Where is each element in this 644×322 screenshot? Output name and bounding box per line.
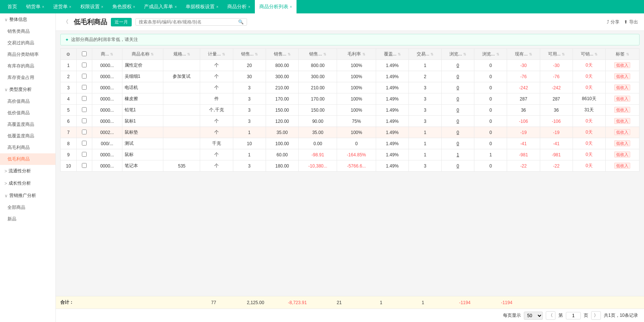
close-icon[interactable]: × <box>248 5 250 9</box>
col-coverage[interactable]: 覆盖... ⇅ <box>376 49 408 60</box>
row-select-checkbox[interactable] <box>82 130 87 134</box>
nav-template-settings[interactable]: 单据模板设置 × <box>181 0 223 13</box>
col-gross-margin[interactable]: 毛利率 ⇅ <box>337 49 376 60</box>
sidebar-group-liquidity[interactable]: > 流通性分析 <box>0 165 55 177</box>
search-input[interactable] <box>139 19 237 25</box>
row-select-checkbox[interactable] <box>82 141 87 146</box>
table-row[interactable]: 4 0000... 橡皮擦 件 3 170.00 170.00 100% 1.4… <box>61 93 640 105</box>
close-icon[interactable]: × <box>101 5 103 9</box>
table-row[interactable]: 1 0000... 属性定价 个 20 800.00 800.00 100% 1… <box>61 60 640 71</box>
col-sales-qty[interactable]: 销售... ⇅ <box>233 49 266 60</box>
sidebar-item-high-value[interactable]: 高价值商品 <box>0 96 55 107</box>
share-button[interactable]: ⤴ 分享 <box>607 19 619 25</box>
col-code[interactable]: 商... ⇅ <box>92 49 122 60</box>
col-sales-price[interactable]: 销售... ⇅ <box>266 49 298 60</box>
row-views1[interactable]: 0 <box>442 82 474 93</box>
export-button[interactable]: ⬆ 导出 <box>624 19 638 25</box>
row-views1[interactable]: 0 <box>442 71 474 82</box>
col-name[interactable]: 商品名称 ⇅ <box>122 49 163 60</box>
nav-purchase-order[interactable]: 进货单 × <box>49 0 76 13</box>
sidebar-group-marketing[interactable]: ∨ 营销推广分析 <box>0 189 55 202</box>
row-checkbox[interactable] <box>76 160 92 172</box>
sidebar-item-high-coverage[interactable]: 高覆盖度商品 <box>0 119 55 130</box>
row-views1[interactable]: 0 <box>442 93 474 105</box>
table-row[interactable]: 6 0000... 鼠标1 个 3 120.00 90.00 75% 1.49%… <box>61 116 640 127</box>
nav-home[interactable]: 首页 <box>3 0 22 13</box>
table-row[interactable]: 5 0000... 铅笔1 个,千克 3 150.00 150.00 100% … <box>61 105 640 116</box>
col-checkbox[interactable] <box>76 49 92 60</box>
row-checkbox[interactable] <box>76 116 92 127</box>
row-views1[interactable]: 0 <box>442 116 474 127</box>
table-row[interactable]: 8 000/... 测试 千克 10 100.00 0.00 0 1.49% 1… <box>61 138 640 149</box>
row-views1[interactable]: 0 <box>442 160 474 172</box>
sidebar-item-category-rate[interactable]: 商品分类助销率 <box>0 49 55 60</box>
row-select-checkbox[interactable] <box>82 63 87 67</box>
row-select-checkbox[interactable] <box>82 74 87 79</box>
sidebar-item-low-margin[interactable]: 低毛利商品 <box>0 153 55 165</box>
close-icon[interactable]: × <box>174 5 177 9</box>
table-row[interactable]: 3 0000... 电话机 个 3 210.00 210.00 100% 1.4… <box>61 82 640 93</box>
select-all-checkbox[interactable] <box>82 51 87 56</box>
prev-page-button[interactable]: 〈 <box>546 311 555 320</box>
row-checkbox[interactable] <box>76 60 92 71</box>
close-icon[interactable]: × <box>133 5 135 9</box>
col-transactions[interactable]: 交易... ⇅ <box>408 49 441 60</box>
row-checkbox[interactable] <box>76 127 92 138</box>
search-icon[interactable]: 🔍 <box>238 19 244 25</box>
sidebar-group-growth[interactable]: > 成长性分析 <box>0 177 55 189</box>
sidebar-group-type-analysis[interactable]: ∨ 类型度分析 <box>0 83 55 96</box>
row-checkbox[interactable] <box>76 71 92 82</box>
sidebar-item-low-coverage[interactable]: 低覆盖度商品 <box>0 130 55 142</box>
row-checkbox[interactable] <box>76 149 92 160</box>
table-row[interactable]: 10 0000... 笔记本 535 个 3 180.00 -10,380...… <box>61 160 640 172</box>
close-icon[interactable]: × <box>69 5 71 9</box>
sidebar-item-traded-products[interactable]: 交易过的商品 <box>0 37 55 49</box>
row-views1[interactable]: 0 <box>442 138 474 149</box>
nav-finished-goods[interactable]: 产成品入库单 × <box>140 0 181 13</box>
next-page-button[interactable]: 〉 <box>591 311 601 320</box>
col-settings[interactable]: ⚙ <box>61 49 77 60</box>
col-current-stock[interactable]: 现有... ⇅ <box>507 49 540 60</box>
row-select-checkbox[interactable] <box>82 107 87 112</box>
row-views1[interactable]: 1 <box>442 149 474 160</box>
nav-sales-order[interactable]: 销货单 × <box>22 0 49 13</box>
row-select-checkbox[interactable] <box>82 163 87 168</box>
row-checkbox[interactable] <box>76 138 92 149</box>
nav-role-auth[interactable]: 角色授权 × <box>108 0 140 13</box>
row-select-checkbox[interactable] <box>82 96 87 101</box>
row-views1[interactable]: 0 <box>442 60 474 71</box>
row-checkbox[interactable] <box>76 105 92 116</box>
col-views2[interactable]: 浏览... ⇅ <box>474 49 507 60</box>
close-icon[interactable]: × <box>42 5 44 9</box>
col-views1[interactable]: 浏览... ⇅ <box>442 49 474 60</box>
col-unit[interactable]: 计量... ⇅ <box>200 49 233 60</box>
row-select-checkbox[interactable] <box>82 118 87 123</box>
col-saleable[interactable]: 可销... ⇅ <box>573 49 605 60</box>
col-sales-amount[interactable]: 销售... ⇅ <box>298 49 337 60</box>
table-row[interactable]: 2 0000... 吴细细1 参加复试 个 30 300.00 300.00 1… <box>61 71 640 82</box>
close-icon[interactable]: × <box>216 5 218 9</box>
collapse-sidebar-button[interactable]: 《 <box>62 17 70 27</box>
close-icon[interactable]: × <box>290 5 292 9</box>
sidebar-item-inventory-capital[interactable]: 库存资金占用 <box>0 72 55 83</box>
sidebar-group-overall[interactable]: ∨ 整体信息 <box>0 13 55 26</box>
col-available[interactable]: 可用... ⇅ <box>540 49 573 60</box>
row-checkbox[interactable] <box>76 93 92 105</box>
nav-permission-settings[interactable]: 权限设置 × <box>76 0 108 13</box>
sidebar-item-high-margin[interactable]: 高毛利商品 <box>0 142 55 153</box>
page-number-input[interactable] <box>566 312 581 319</box>
nav-product-analysis-list[interactable]: 商品分析列表 × <box>255 0 297 13</box>
table-row[interactable]: 9 0000... 鼠标 个 1 60.00 -98.91 -164.85% 1… <box>61 149 640 160</box>
page-size-select[interactable]: 50 100 200 <box>524 312 543 320</box>
table-row[interactable]: 7 0002... 鼠标垫 个 1 35.00 35.00 100% 1.49%… <box>61 127 640 138</box>
row-views1[interactable]: 0 <box>442 127 474 138</box>
sidebar-item-low-value[interactable]: 低价值商品 <box>0 107 55 119</box>
nav-product-analysis[interactable]: 商品分析 × <box>223 0 255 13</box>
row-select-checkbox[interactable] <box>82 85 87 90</box>
col-spec[interactable]: 规格... ⇅ <box>163 49 200 60</box>
row-checkbox[interactable] <box>76 82 92 93</box>
row-views1[interactable]: 0 <box>442 105 474 116</box>
row-select-checkbox[interactable] <box>82 152 87 157</box>
sidebar-item-stocked-products[interactable]: 有库存的商品 <box>0 60 55 72</box>
col-tag[interactable]: 标签 ⇅ <box>605 49 639 60</box>
